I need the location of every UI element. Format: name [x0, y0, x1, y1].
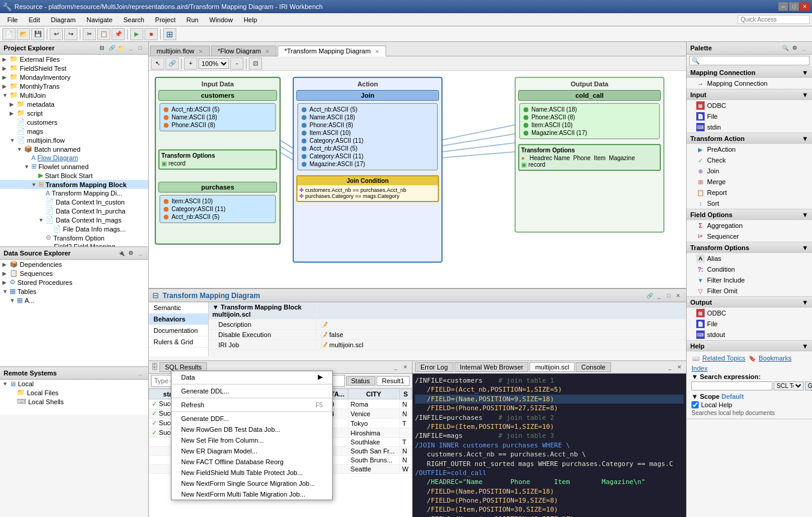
tree-flowlet-unnamed[interactable]: ▼ ⊞ Flowlet unnamed [0, 162, 148, 171]
palette-item-sort[interactable]: ↕ Sort [687, 198, 812, 209]
props-icon3[interactable]: □ [664, 291, 673, 300]
ctx-nextform-single[interactable]: New NextForm Single Source Migration Job… [172, 478, 332, 489]
tree-field-mapping-1[interactable]: → Field2 Field Mapping [0, 242, 148, 247]
customers-fields-box[interactable]: Acct_nb:ASCII (5) Name:ASCII (18) Phone:… [160, 103, 276, 131]
output-fields-box[interactable]: Name:ASCII (18) Phone:ASCII (8) Item:ASC… [519, 103, 660, 139]
palette-mapping-header[interactable]: Mapping Connection ▼ [687, 67, 812, 78]
tree-data-context-cust[interactable]: 📄 Data Context In_custon [0, 197, 148, 206]
tree-batch-unnamed[interactable]: ▼ 📦 Batch unnamed [0, 145, 148, 154]
tb-new[interactable]: 📄 [2, 28, 16, 40]
props-iri-job-value[interactable]: 📝 multijoin.scl [317, 340, 686, 350]
palette-item-check[interactable]: ✓ Check [687, 155, 812, 166]
tab-flow-diagram-close[interactable]: ✕ [265, 49, 270, 55]
tb-save[interactable]: 💾 [31, 28, 44, 40]
palette-item-odbc-in[interactable]: ▦ ODBC [687, 100, 812, 111]
sql-close[interactable]: ✕ [401, 363, 410, 371]
tab-transform-mapping-close[interactable]: ✕ [375, 49, 380, 55]
diag-tb-zoom-in[interactable]: + [184, 58, 197, 70]
tab-transform-mapping[interactable]: *Transform Mapping Diagram ✕ [278, 46, 386, 56]
palette-output-header[interactable]: Output ▼ [687, 297, 812, 308]
props-nav-documentation[interactable]: Documentation [149, 325, 208, 336]
ctx-refresh[interactable]: Refresh F5 [172, 399, 332, 410]
help-go-button[interactable]: Go [805, 381, 812, 390]
menu-project[interactable]: Project [151, 15, 181, 25]
palette-item-condition[interactable]: ?: Condition [687, 264, 812, 275]
tb-copy[interactable]: 📋 [97, 28, 110, 40]
menu-help[interactable]: Help [239, 15, 262, 25]
btab-result1[interactable]: Result1 [377, 376, 410, 386]
btab-error-log[interactable]: Error Log [415, 362, 453, 372]
tree-monthlytrans[interactable]: ▶ 📁 MonthlyTrans [0, 82, 148, 91]
ctx-generate-ddf[interactable]: Generate DDF... [172, 413, 332, 424]
tree-external-files[interactable]: ▶ 📁 External Files [0, 55, 148, 64]
palette-item-mapping-conn[interactable]: → Mapping Connection [687, 78, 812, 89]
menu-edit[interactable]: Edit [24, 15, 45, 25]
ds-minimize[interactable]: _ [136, 249, 145, 257]
btab-web-browser[interactable]: Internal Web Browser [455, 362, 529, 372]
sql-minimize[interactable]: _ [392, 363, 400, 371]
bookmarks-link[interactable]: Bookmarks [759, 354, 792, 362]
diag-tb-connect[interactable]: 🔗 [166, 58, 179, 70]
ctx-er-diagram[interactable]: New ER Diagram Model... [172, 446, 332, 456]
tb-workbench[interactable]: ⊞ [163, 28, 176, 40]
purchases-fields-box[interactable]: Item:ASCII (10) Category:ASCII (11) Acct… [160, 195, 276, 223]
related-topics-link[interactable]: Related Topics [702, 354, 745, 362]
palette-item-file-out[interactable]: 📄 File [687, 318, 812, 329]
props-nav-rulers[interactable]: Rulers & Grid [149, 336, 208, 348]
maximize-button[interactable]: □ [789, 2, 799, 11]
palette-search-input[interactable] [689, 56, 810, 65]
join-fields-box[interactable]: Acct_nb:ASCII (5) Name:ASCII (18) Phone:… [297, 103, 438, 170]
help-scope-select[interactable]: SCL Text Editor [774, 381, 804, 390]
tree-transform-mapping-di[interactable]: A Transform Mapping Di... [0, 189, 148, 197]
props-nav-semantic[interactable]: Semantic [149, 302, 208, 314]
palette-item-stdin[interactable]: ⌨ stdin [687, 122, 812, 133]
remote-local[interactable]: ▼ 🖥 Local [0, 380, 148, 388]
palette-search[interactable]: 🔍 [781, 44, 789, 52]
tree-fieldshield[interactable]: ▶ 📁 FieldShield Test [0, 64, 148, 73]
btab-status[interactable]: Status [346, 376, 375, 386]
menu-run[interactable]: Run [182, 15, 203, 25]
remote-minimize[interactable]: _ [136, 369, 145, 377]
ctx-nextform-multi[interactable]: New NextForm Multi Table Migration Job..… [172, 489, 332, 500]
palette-settings[interactable]: ⚙ [790, 44, 799, 52]
btab-multijoin-scl[interactable]: multijoin.scl [530, 362, 575, 372]
quick-access-input[interactable] [738, 15, 810, 24]
ctx-generate-ddl[interactable]: Generate DDL... [172, 386, 332, 396]
tab-multijoin-flow-close[interactable]: ✕ [199, 49, 203, 55]
ds-tables[interactable]: ▼ ▦ Tables [0, 287, 148, 296]
palette-item-merge[interactable]: ⊞ Merge [687, 176, 812, 187]
index-link[interactable]: Index [691, 365, 708, 372]
ds-dependencies[interactable]: ▶ 📦 Dependencies [0, 260, 148, 269]
diag-tb-select[interactable]: ↖ [151, 58, 164, 70]
tb-redo[interactable]: ↪ [64, 28, 77, 40]
help-local-checkbox[interactable] [691, 401, 699, 408]
palette-item-join[interactable]: ⊕ Join [687, 166, 812, 176]
menu-diagram[interactable]: Diagram [46, 15, 81, 25]
collapse-all-icon[interactable]: ⊟ [98, 44, 106, 52]
tb-run[interactable]: ▶ [130, 28, 143, 40]
ctx-set-file[interactable]: New Set File from Column... [172, 435, 332, 446]
menu-window[interactable]: Window [204, 15, 237, 25]
tree-data-context-mags[interactable]: ▼ 📄 Data Context In_mags [0, 215, 148, 224]
ds-icon2[interactable]: ⚙ [127, 249, 135, 257]
tree-start-block[interactable]: ▶ Start Block Start [0, 171, 148, 180]
palette-item-preaction[interactable]: ▶ PreAction [687, 144, 812, 155]
minimize-button[interactable]: ─ [778, 2, 788, 11]
minimize-view-icon[interactable]: _ [127, 44, 135, 52]
props-icon2[interactable]: _ [655, 291, 663, 300]
palette-input-header[interactable]: Input ▼ [687, 89, 812, 100]
tree-transform-mapping-block[interactable]: ▼ ⊞ Transform Mapping Block [0, 180, 148, 189]
code-close[interactable]: ✕ [675, 363, 684, 371]
tree-multijoin-flow[interactable]: ▼ 📄 multijoin.flow [0, 136, 148, 145]
tree-mondayinventory[interactable]: ▶ 📁 MondayInventory [0, 73, 148, 82]
palette-item-file-in[interactable]: 📄 File [687, 111, 812, 122]
ds-table-a[interactable]: ▼ ▦ A... [0, 296, 148, 305]
props-close[interactable]: ✕ [674, 291, 682, 300]
props-description-value[interactable]: 📝 [317, 320, 686, 329]
ctx-fact-offline[interactable]: New FACT Offline Database Reorg [172, 456, 332, 467]
ds-icon1[interactable]: 🔌 [117, 249, 125, 257]
tab-multijoin-flow[interactable]: multijoin.flow ✕ [150, 46, 210, 56]
tree-multijoin[interactable]: ▼ 📁 MultiJoin [0, 91, 148, 100]
palette-item-stdout[interactable]: ⌨ stdout [687, 329, 812, 340]
tab-flow-diagram[interactable]: *Flow Diagram ✕ [211, 46, 276, 56]
